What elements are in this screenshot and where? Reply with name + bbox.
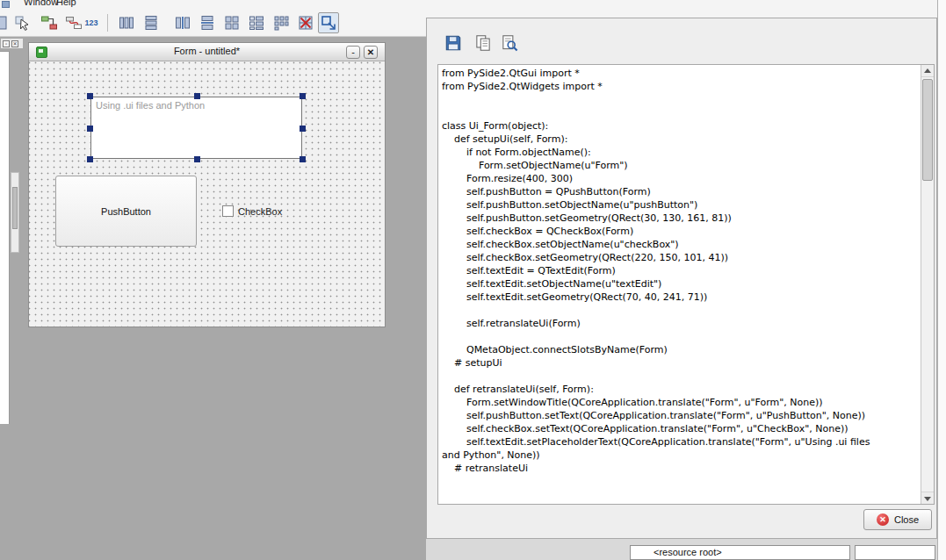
resize-handle-bottom[interactable]	[194, 156, 200, 162]
code-line	[442, 330, 919, 343]
form-canvas[interactable]: Using .ui files and Python PushButton Ch…	[29, 61, 385, 327]
find-icon[interactable]	[499, 32, 520, 54]
lay-out-in-form-layout-icon[interactable]	[246, 12, 267, 33]
dock-scrollbar-thumb[interactable]	[12, 187, 18, 229]
scrollbar-thumb[interactable]	[922, 79, 933, 181]
clipped-toolbar-icon[interactable]	[0, 12, 11, 33]
save-icon[interactable]	[443, 32, 464, 54]
code-line: self.checkBox = QCheckBox(Form)	[442, 225, 919, 238]
scroll-down-icon[interactable]	[921, 492, 934, 504]
dock-float-icon[interactable]: ▫	[3, 40, 10, 47]
code-line: QMetaObject.connectSlotsByName(Form)	[442, 343, 919, 356]
resize-handle-bottom-right[interactable]	[300, 156, 306, 162]
code-line: self.textEdit.setPlaceholderText(QCoreAp…	[442, 435, 919, 449]
resize-handle-left[interactable]	[87, 126, 93, 132]
checkbox-indicator[interactable]	[222, 205, 234, 217]
right-window-edge	[937, 0, 946, 560]
code-line: self.pushButton.setText(QCoreApplication…	[442, 409, 919, 422]
resize-handle-top[interactable]	[194, 93, 200, 99]
code-line: def retranslateUi(self, Form):	[442, 383, 919, 396]
code-line: # setupUi	[442, 356, 919, 370]
break-layout-icon[interactable]	[295, 12, 316, 33]
checkbox-label: CheckBox	[238, 206, 282, 217]
code-lines: from PySide2.QtGui import *from PySide2.…	[442, 67, 919, 502]
menu-window[interactable]: Window	[24, 0, 58, 7]
background-dialog-fragment: <resource root>	[426, 539, 937, 560]
resource-root-item[interactable]: <resource root>	[630, 545, 850, 560]
resource-panel-fragment	[855, 545, 935, 560]
close-button-label: Close	[894, 514, 919, 525]
pushbutton-widget[interactable]: PushButton	[55, 176, 197, 247]
code-line: Form.setObjectName(u"Form")	[442, 159, 919, 172]
resize-handle-bottom-left[interactable]	[87, 156, 93, 162]
form-window-title: Form - untitled*	[29, 46, 385, 56]
dock-scrollbar[interactable]	[11, 172, 19, 253]
selection-handles	[90, 97, 302, 159]
code-line: self.checkBox.setObjectName(u"checkBox")	[442, 238, 919, 251]
code-line: self.pushButton.setObjectName(u"pushButt…	[442, 198, 919, 212]
dialog-close-button[interactable]: Close	[863, 509, 932, 530]
code-line	[442, 304, 919, 317]
code-line: self.textEdit = QTextEdit(Form)	[442, 264, 919, 277]
code-line	[442, 370, 919, 383]
toolbar-separator	[107, 14, 108, 32]
copy-icon[interactable]	[473, 32, 494, 54]
code-line: self.checkBox.setGeometry(QRect(220, 150…	[442, 251, 919, 264]
code-line: self.textEdit.setGeometry(QRect(70, 40, …	[442, 291, 919, 304]
code-line: class Ui_Form(object):	[442, 119, 919, 133]
code-line: self.checkBox.setText(QCoreApplication.t…	[442, 422, 919, 435]
code-line: self.retranslateUi(Form)	[442, 317, 919, 330]
code-line: and Python", None))	[442, 449, 919, 462]
code-line: def setupUi(self, Form):	[442, 133, 919, 146]
code-line: Form.setWindowTitle(QCoreApplication.tra…	[442, 396, 919, 409]
code-line: Form.resize(400, 300)	[442, 172, 919, 185]
code-line	[442, 93, 919, 106]
tab-order-label: 123	[84, 18, 97, 27]
edit-tab-order-icon[interactable]: 123	[81, 12, 102, 33]
resize-handle-right[interactable]	[300, 126, 306, 132]
code-line: self.pushButton.setGeometry(QRect(30, 13…	[442, 212, 919, 225]
code-line: self.pushButton = QPushButton(Form)	[442, 185, 919, 198]
resize-handle-top-left[interactable]	[87, 93, 93, 99]
edit-widgets-icon[interactable]	[12, 12, 33, 33]
form-window-titlebar[interactable]: Form - untitled* - ✕	[29, 43, 385, 61]
resize-handle-top-right[interactable]	[300, 93, 306, 99]
code-line: from PySide2.QtWidgets import *	[442, 80, 919, 93]
code-line: if not Form.objectName():	[442, 146, 919, 159]
code-line: from PySide2.QtGui import *	[442, 67, 919, 80]
minimize-button[interactable]: -	[346, 46, 360, 59]
lay-out-horizontally-in-splitter-icon[interactable]	[172, 12, 193, 33]
checkbox-widget[interactable]: CheckBox	[222, 193, 311, 229]
code-scrollbar[interactable]	[921, 65, 934, 504]
code-preview-dialog: from PySide2.QtGui import *from PySide2.…	[426, 18, 937, 539]
dock-titlebar-fragment: ▫ ✕	[0, 38, 24, 49]
lay-out-horizontally-icon[interactable]	[116, 12, 137, 33]
close-x-icon	[877, 513, 889, 526]
close-button[interactable]: ✕	[364, 46, 378, 59]
lay-out-vertically-in-splitter-icon[interactable]	[197, 12, 218, 33]
code-line: self.textEdit.setObjectName(u"textEdit")	[442, 277, 919, 291]
dock-close-icon[interactable]: ✕	[11, 40, 18, 47]
scroll-up-icon[interactable]	[921, 65, 934, 77]
code-line	[442, 106, 919, 119]
code-view[interactable]: from PySide2.QtGui import *from PySide2.…	[437, 64, 935, 505]
edit-signals-slots-icon[interactable]	[39, 12, 60, 33]
menu-help[interactable]: Help	[56, 0, 76, 7]
code-line: # retranslateUi	[442, 462, 919, 475]
lay-out-vertically-icon[interactable]	[141, 12, 162, 33]
app-menu-icon	[2, 1, 10, 8]
form-editor-window: Form - untitled* - ✕ Using .ui files and…	[28, 42, 386, 327]
adjust-size-icon[interactable]	[318, 12, 339, 33]
simplify-grid-layout-icon[interactable]	[271, 12, 292, 33]
lay-out-in-grid-icon[interactable]	[221, 12, 242, 33]
widget-box-fragment	[0, 51, 10, 424]
menubar: Window Help	[0, 0, 946, 9]
